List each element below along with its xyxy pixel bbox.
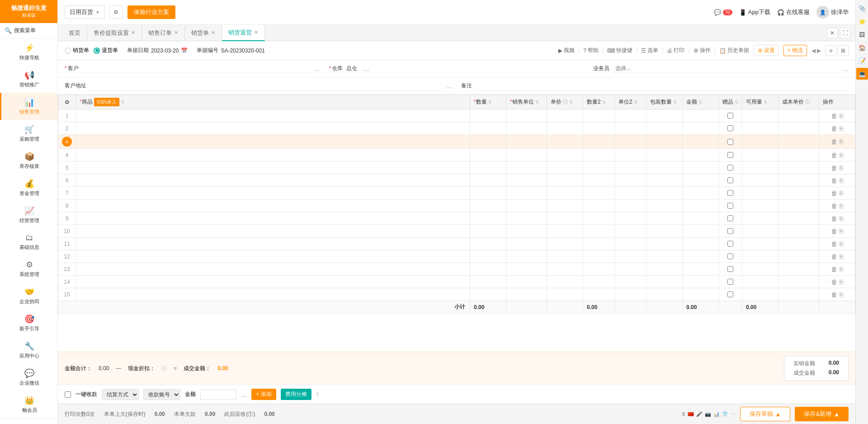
- gift-sort-icon[interactable]: ⇅: [735, 100, 738, 105]
- qty2-sort-icon[interactable]: ⇅: [602, 100, 606, 105]
- gift-checkbox-10[interactable]: [727, 228, 733, 234]
- copy-row-6-icon[interactable]: ⎘: [840, 177, 843, 184]
- sidebar-item-member[interactable]: 👑 畅会员: [0, 391, 57, 418]
- sidebar-item-shortcut[interactable]: ⚡ 快捷导航: [0, 38, 57, 66]
- goods-input-active[interactable]: [80, 138, 466, 145]
- right-toolbar-icon-4[interactable]: 🏠: [856, 42, 868, 53]
- gift-checkbox-active[interactable]: [727, 139, 733, 145]
- copy-row-13-icon[interactable]: ⎘: [840, 266, 843, 273]
- radio-sale-order[interactable]: 销货单: [65, 47, 89, 54]
- tab-sales-delivery-close[interactable]: ✕: [211, 30, 215, 36]
- delete-row-14-icon[interactable]: 🗑: [831, 278, 837, 286]
- logistics-button[interactable]: + 物流: [783, 45, 807, 56]
- right-toolbar-icon-5[interactable]: 📝: [856, 55, 868, 67]
- layout-grid-button[interactable]: ⊞: [838, 45, 849, 56]
- goods-cell-active[interactable]: [76, 135, 470, 149]
- right-toolbar-icon-3[interactable]: 🖼: [856, 29, 868, 40]
- copy-row-15-icon[interactable]: ⎘: [840, 291, 843, 298]
- cash-discount-info-icon[interactable]: ⓘ: [162, 365, 167, 372]
- copy-row-4-icon[interactable]: ⎘: [840, 152, 843, 159]
- operate-btn[interactable]: ⚙ 操作: [693, 47, 711, 54]
- account-select[interactable]: 收款账号 账号: [143, 389, 180, 400]
- delete-row-11-icon[interactable]: 🗑: [831, 240, 837, 248]
- delete-row-10-icon[interactable]: 🗑: [831, 228, 837, 235]
- gift-checkbox-7[interactable]: [727, 190, 733, 196]
- select-btn[interactable]: ☰ 选单: [641, 47, 658, 54]
- settlement-method-select[interactable]: 结算方式: [102, 389, 139, 400]
- tab-sales-return[interactable]: 销货退货 ✕: [222, 25, 265, 41]
- scan-button[interactable]: 扫码录入: [94, 98, 119, 106]
- copy-row-9-icon[interactable]: ⎘: [840, 215, 843, 222]
- sidebar-item-system[interactable]: ⚙ 系统管理: [0, 255, 57, 282]
- sidebar-item-basic[interactable]: 🗂 基础信息: [0, 229, 57, 255]
- copy-row-1-icon[interactable]: ⎘: [840, 112, 843, 119]
- delete-row-9-icon[interactable]: 🗑: [831, 215, 837, 222]
- gift-checkbox-2[interactable]: [727, 125, 733, 131]
- tab-sales-order[interactable]: 销售订单 ✕: [142, 25, 185, 41]
- copy-row-14-icon[interactable]: ⎘: [840, 278, 843, 286]
- payment-dots[interactable]: ...: [241, 391, 247, 399]
- sidebar-item-finance[interactable]: 💰 资金管理: [0, 174, 57, 201]
- layout-list-button[interactable]: ≡: [826, 45, 836, 56]
- copy-row-11-icon[interactable]: ⎘: [840, 240, 843, 248]
- sidebar-search[interactable]: 🔍 搜索菜单: [0, 23, 57, 38]
- sidebar-item-guide[interactable]: 🎯 新手引导: [0, 310, 57, 337]
- delete-row-8-icon[interactable]: 🗑: [831, 202, 837, 210]
- daily-selector[interactable]: 日用百货 ▼: [65, 5, 105, 19]
- right-toolbar-icon-6[interactable]: 💻: [856, 68, 868, 80]
- copy-row-8-icon[interactable]: ⎘: [840, 202, 843, 210]
- tab-home[interactable]: 首页: [62, 25, 87, 41]
- sidebar-item-marketing[interactable]: 📢 营销推广: [0, 66, 57, 93]
- gift-checkbox-4[interactable]: [727, 152, 733, 158]
- user-profile[interactable]: 👤 徐泽华: [816, 6, 849, 19]
- amount-sort-icon[interactable]: ⇅: [698, 100, 702, 105]
- online-service-action[interactable]: 🎧 在线客服: [777, 8, 810, 16]
- copy-row-active-icon[interactable]: ⎘: [840, 138, 843, 145]
- th-gear[interactable]: ⚙: [58, 95, 76, 110]
- sidebar-item-wechat[interactable]: 💬 企业微信: [0, 364, 57, 391]
- customer-dots[interactable]: ...: [314, 65, 320, 73]
- experience-button[interactable]: 体验行业方案: [127, 5, 175, 19]
- history-btn[interactable]: 📋 历史单据: [719, 47, 749, 54]
- calendar-icon[interactable]: 📅: [181, 48, 188, 54]
- delete-row-7-icon[interactable]: 🗑: [831, 190, 837, 197]
- pack-qty-sort-icon[interactable]: ⇅: [673, 100, 677, 105]
- goods-input-1[interactable]: [80, 113, 466, 119]
- app-download-action[interactable]: 📱 App下载: [739, 8, 770, 16]
- gift-checkbox-5[interactable]: [727, 165, 733, 171]
- gift-checkbox-1[interactable]: [727, 113, 733, 119]
- unit2-sort-icon[interactable]: ⇅: [634, 100, 637, 105]
- goods-sort-icon[interactable]: ⇅: [121, 100, 124, 105]
- unit-price-info-icon[interactable]: ⓘ: [563, 99, 568, 105]
- sidebar-item-operations[interactable]: 📈 经营管理: [0, 201, 57, 229]
- header-settings-button[interactable]: ⚙: [109, 5, 123, 19]
- tab-sales-order-close[interactable]: ✕: [174, 30, 178, 36]
- sale-unit-sort-icon[interactable]: ⇅: [535, 100, 539, 105]
- delete-row-6-icon[interactable]: 🗑: [831, 177, 837, 184]
- copy-row-10-icon[interactable]: ⎘: [840, 228, 843, 235]
- delete-row-12-icon[interactable]: 🗑: [831, 253, 837, 260]
- add-payment-button[interactable]: + 添加: [251, 389, 276, 400]
- goods-cell-1[interactable]: [76, 110, 470, 122]
- gift-checkbox-8[interactable]: [727, 203, 733, 209]
- save-new-button[interactable]: 保存&新增 ▲: [795, 407, 849, 421]
- add-row-button[interactable]: +: [62, 137, 72, 147]
- nav-prev-icon[interactable]: ◀: [811, 48, 816, 54]
- video-btn[interactable]: ▶ 视频: [558, 47, 575, 54]
- gift-checkbox-11[interactable]: [727, 241, 733, 247]
- one-key-payment-checkbox[interactable]: [65, 391, 71, 398]
- sidebar-item-enterprise[interactable]: 🤝 企业协同: [0, 282, 57, 310]
- customer-input[interactable]: [82, 64, 311, 73]
- close-tab-button[interactable]: ✕: [827, 28, 838, 38]
- gift-checkbox-9[interactable]: [727, 215, 733, 221]
- sidebar-item-sales[interactable]: 📊 销售管理: [0, 93, 57, 120]
- fullscreen-button[interactable]: ⛶: [840, 28, 851, 38]
- sidebar-item-purchase[interactable]: 🛒 采购管理: [0, 120, 57, 147]
- nav-next-icon[interactable]: ▶: [817, 48, 821, 54]
- radio-return[interactable]: 退货单: [94, 47, 118, 54]
- gift-checkbox-6[interactable]: [727, 177, 733, 183]
- help-btn[interactable]: ? 帮助: [583, 47, 599, 54]
- delete-row-15-icon[interactable]: 🗑: [831, 291, 837, 298]
- shortcut-key-btn[interactable]: ⌨ 快捷键: [607, 47, 632, 54]
- tab-sales-delivery[interactable]: 销货单 ✕: [185, 25, 222, 41]
